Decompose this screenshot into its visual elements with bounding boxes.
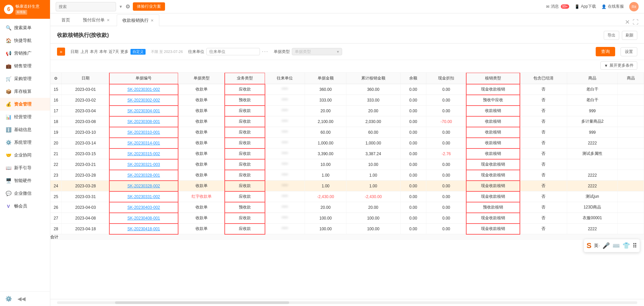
doc-type-select[interactable]: 单据类型: [292, 48, 342, 55]
row-date: 2023-04-18: [62, 224, 109, 234]
tab-prepaid-close-icon[interactable]: ✕: [107, 18, 110, 22]
sidebar-item-member[interactable]: V畅会员: [0, 200, 50, 212]
th-doc-no[interactable]: 单据编号: [109, 73, 178, 84]
tab-collection-close-icon[interactable]: ✕: [151, 18, 154, 23]
search-input[interactable]: [56, 2, 116, 11]
settings-footer-icon[interactable]: ⚙️: [5, 296, 12, 302]
tab-home[interactable]: 首页: [56, 14, 76, 26]
filter-expand-button[interactable]: »: [57, 48, 65, 56]
export-button[interactable]: 导出: [604, 31, 619, 40]
sidebar-item-system[interactable]: ⚙️系统管理: [0, 136, 50, 149]
th-settings[interactable]: ⚙: [50, 73, 62, 84]
user-avatar[interactable]: Rit: [629, 2, 639, 11]
custom-date-button[interactable]: 自定义: [130, 49, 146, 55]
grid-icon[interactable]: ⠿: [633, 242, 637, 249]
row-no: 15: [50, 84, 62, 95]
th-doc-type[interactable]: 单据类型: [178, 73, 225, 84]
row-doc-no[interactable]: SK-20230328-002: [109, 181, 178, 191]
sidebar-item-business[interactable]: 📊经营管理: [0, 111, 50, 123]
expand-more-button[interactable]: ▼ 展开更多条件: [600, 61, 637, 70]
sidebar-item-search[interactable]: 🔍搜索菜单: [0, 21, 50, 34]
sidebar-item-wechat[interactable]: 💬企业微信: [0, 187, 50, 200]
row-doc-no[interactable]: SK-20230302-002: [109, 95, 178, 106]
row-verify-type: 收款核销: [466, 148, 520, 159]
sidebar-item-nav[interactable]: 🏠快捷导航: [0, 34, 50, 47]
tab-collection[interactable]: 收款核销执行 ✕: [117, 14, 159, 26]
sidebar-item-inventory[interactable]: 📦库存核算: [0, 85, 50, 98]
th-goods1[interactable]: 商品: [567, 73, 618, 84]
refresh-button[interactable]: 刷新: [622, 31, 637, 40]
date-links: 上月 本月 本年 近7天 更多: [80, 49, 128, 55]
date-range-label: 不限 至 2023-07-26: [151, 49, 183, 54]
sidebar-item-label: 畅会员: [14, 203, 27, 209]
filter-setting-button[interactable]: 设置: [621, 47, 637, 56]
query-button[interactable]: 查询: [596, 47, 615, 56]
sidebar-item-guide[interactable]: 📖新手引导: [0, 162, 50, 174]
sidebar-item-hardware[interactable]: 🖥️智能硬件: [0, 174, 50, 187]
sidebar-item-collab[interactable]: 🤝企业协同: [0, 149, 50, 162]
row-doc-no[interactable]: SK-20230315-002: [109, 148, 178, 159]
row-doc-no[interactable]: SK-20230418-001: [109, 224, 178, 234]
date-this-month[interactable]: 本月: [90, 49, 98, 55]
th-goods2[interactable]: 商品: [618, 73, 644, 84]
keyboard-icon[interactable]: ⌨️: [612, 242, 620, 249]
solution-button[interactable]: 体验行业方案: [133, 2, 165, 11]
row-doc-type: 收款单: [178, 202, 225, 213]
row-partner: ****: [265, 181, 305, 191]
row-doc-no[interactable]: SK-20230408-001: [109, 213, 178, 224]
online-service-button[interactable]: 👤 在线客服: [601, 4, 624, 9]
message-button[interactable]: ✉ 消息 99+: [546, 4, 569, 9]
partner-dots-icon[interactable]: ···: [262, 49, 268, 55]
th-balance[interactable]: 余额: [400, 73, 426, 84]
row-balance: 0.00: [400, 95, 426, 106]
shirt-icon[interactable]: 👕: [623, 242, 630, 249]
th-partner[interactable]: 往来单位: [265, 73, 305, 84]
row-doc-no[interactable]: SK-20230321-003: [109, 159, 178, 170]
collapse-icon[interactable]: ◀◀: [17, 296, 25, 302]
horizontal-scrollbar[interactable]: [50, 299, 644, 306]
th-verify-type[interactable]: 核销类型: [466, 73, 520, 84]
app-download-button[interactable]: 📱 App下载: [575, 4, 596, 9]
th-amount[interactable]: 单据金额: [305, 73, 346, 84]
row-doc-no[interactable]: SK-20230314-001: [109, 138, 178, 148]
date-last-month[interactable]: 上月: [80, 49, 89, 55]
table-header-row: ⚙ 日期 单据编号 单据类型 业务类型 往来单位 单据金额 累计核销金额 余额 …: [50, 73, 644, 84]
footer-amount: [305, 234, 346, 240]
sidebar-item-purchase[interactable]: 🛒采购管理: [0, 72, 50, 85]
row-partner: ****: [265, 159, 305, 170]
row-no: 19: [50, 127, 62, 138]
row-doc-no[interactable]: SK-20230310-001: [109, 127, 178, 138]
th-included[interactable]: 包含已结清: [520, 73, 567, 84]
sidebar-item-marketing[interactable]: 📢营销推广: [0, 47, 50, 60]
row-doc-no[interactable]: SK-20230403-002: [109, 202, 178, 213]
row-amount: 20.00: [305, 106, 346, 116]
mic-icon[interactable]: 🎤: [602, 242, 610, 249]
sidebar-item-sales[interactable]: 💼销售管理: [0, 60, 50, 72]
row-doc-no[interactable]: SK-20230331-002: [109, 191, 178, 202]
th-date[interactable]: 日期: [62, 73, 109, 84]
scrollbar-track[interactable]: [57, 301, 637, 304]
row-goods2: [618, 159, 644, 170]
row-doc-no[interactable]: SK-20230304-001: [109, 106, 178, 116]
row-biz-type: 应收款: [225, 224, 265, 234]
date-more[interactable]: 更多: [120, 49, 128, 55]
sidebar-item-basic[interactable]: ℹ️基础信息: [0, 123, 50, 136]
date-7days[interactable]: 近7天: [109, 49, 119, 55]
sidebar-item-label: 资金管理: [14, 101, 32, 107]
th-biz-type[interactable]: 业务类型: [225, 73, 265, 84]
row-doc-no[interactable]: SK-20230301-002: [109, 84, 178, 95]
tab-close-all-icon[interactable]: ✕: [625, 18, 630, 26]
row-doc-no[interactable]: SK-20230328-001: [109, 170, 178, 181]
date-this-year[interactable]: 本年: [99, 49, 107, 55]
th-discount[interactable]: 现金折扣: [426, 73, 466, 84]
scrollbar-thumb[interactable]: [115, 301, 289, 304]
row-goods1: 123D商品: [567, 202, 618, 213]
settings-icon[interactable]: ⚙: [125, 3, 130, 10]
partner-input[interactable]: [206, 48, 260, 55]
row-doc-no[interactable]: SK-20230308-001: [109, 116, 178, 127]
tab-expand-icon[interactable]: ⛶: [633, 19, 639, 26]
tab-prepaid[interactable]: 预付应付单 ✕: [77, 14, 115, 26]
sidebar-item-finance[interactable]: 💰资金管理: [0, 98, 50, 111]
th-cumulative[interactable]: 累计核销金额: [346, 73, 400, 84]
row-cumulative: 60.00: [346, 127, 400, 138]
